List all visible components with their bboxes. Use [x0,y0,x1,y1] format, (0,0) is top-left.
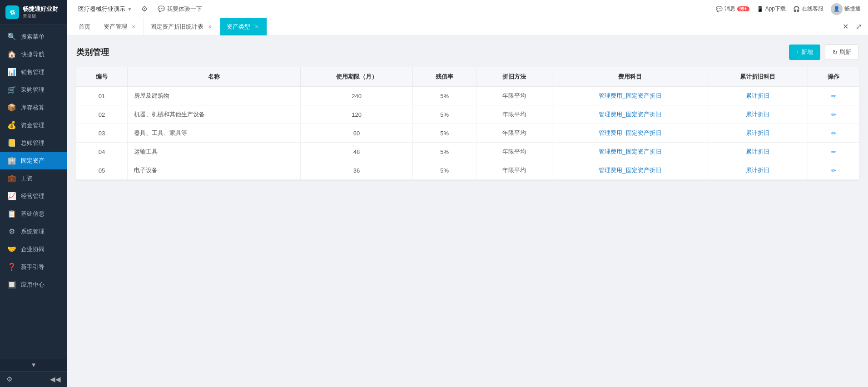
cell-name: 电子设备 [127,161,300,180]
app-download-icon: 📱 [757,6,764,12]
nav-icon-inventory: 📦 [7,103,16,112]
col-header: 费用科目 [552,67,708,87]
col-header: 残值率 [413,67,476,87]
cell-accumulated: 累计折旧 [708,124,808,143]
cell-method: 年限平均 [476,105,552,124]
cell-period: 120 [300,105,412,124]
sidebar-item-sales[interactable]: 📊 销售管理 [0,63,67,81]
sidebar-item-guide[interactable]: ❓ 新手引导 [0,258,67,276]
sidebar-scroll-down[interactable]: ▼ [0,359,67,371]
sidebar-item-payroll[interactable]: 💼 工资 [0,169,67,187]
sidebar-item-system[interactable]: ⚙ 系统管理 [0,223,67,240]
sidebar-item-enterprise[interactable]: 🤝 企业协同 [0,240,67,258]
refresh-button[interactable]: ↻ 刷新 [825,45,859,60]
cell-action[interactable]: ✏ [808,124,859,143]
cell-action[interactable]: ✏ [808,87,859,105]
sidebar-item-general-ledger[interactable]: 📒 总账管理 [0,134,67,152]
message-badge: 99 [737,6,749,11]
cell-action[interactable]: ✏ [808,161,859,180]
cell-name: 运输工具 [127,143,300,161]
nav-icon-purchase: 🛒 [7,85,16,94]
customer-service-icon: 🎧 [793,6,800,12]
close-tab-icon[interactable]: ✕ [841,20,850,33]
app-download-button[interactable]: 📱 App下载 [757,5,786,13]
cell-expense: 管理费用_固定资产折旧 [552,124,708,143]
cell-name: 房屋及建筑物 [127,87,300,105]
cell-residual-rate: 5% [413,161,476,180]
industry-selector[interactable]: 医疗器械行业演示 ▼ [74,3,136,15]
topbar-right: 💬 消息 99 📱 App下载 🎧 在线客服 👤 畅捷通 [716,3,861,15]
nav-icon-search: 🔍 [7,32,16,41]
customer-service-label: 在线客服 [802,5,823,13]
nav-icon-basic-info: 📋 [7,209,16,218]
nav-label-inventory: 库存核算 [21,104,45,112]
topbar-gear-icon[interactable]: ⚙ [139,3,149,15]
table-row: 01房屋及建筑物2405%年限平均管理费用_固定资产折旧累计折旧✏ [76,87,859,105]
customer-service-button[interactable]: 🎧 在线客服 [793,5,823,13]
cell-action[interactable]: ✏ [808,105,859,124]
nav-icon-general-ledger: 📒 [7,139,16,147]
tab-close-asset-type[interactable]: × [253,23,260,30]
cell-period: 36 [300,161,412,180]
cell-accumulated: 累计折旧 [708,143,808,161]
trial-button[interactable]: 💬 我要体验一下 [153,3,207,15]
tab-depreciation-table[interactable]: 固定资产折旧统计表× [144,18,220,35]
tab-label-depreciation-table: 固定资产折旧统计表 [150,23,203,31]
sidebar-collapse-icon[interactable]: ◀◀ [50,375,61,383]
cell-residual-rate: 5% [413,87,476,105]
sidebar-item-operations[interactable]: 📈 经营管理 [0,187,67,205]
sidebar-settings-icon[interactable]: ⚙ [6,375,12,383]
sidebar-item-funds[interactable]: 💰 资金管理 [0,116,67,134]
industry-label: 医疗器械行业演示 [78,5,125,13]
tab-close-asset-mgmt[interactable]: × [130,23,137,30]
nav-icon-funds: 💰 [7,121,16,129]
sidebar-item-search[interactable]: 🔍 搜索菜单 [0,28,67,45]
logo-icon: 畅 [5,5,19,19]
tab-asset-mgmt[interactable]: 资产管理× [97,18,144,35]
expand-tab-icon[interactable]: ⤢ [854,20,863,33]
cell-code: 03 [76,124,127,143]
user-menu-button[interactable]: 👤 畅捷通 [831,3,861,15]
sidebar-item-quick-nav[interactable]: 🏠 快捷导航 [0,45,67,63]
nav-icon-enterprise: 🤝 [7,245,16,253]
cell-residual-rate: 5% [413,124,476,143]
tab-label-asset-type: 资产类型 [227,23,250,31]
nav-label-guide: 新手引导 [21,263,45,271]
cell-action[interactable]: ✏ [808,143,859,161]
cell-code: 02 [76,105,127,124]
tabs-bar: 首页资产管理×固定资产折旧统计表×资产类型× ✕ ⤢ [67,18,868,35]
new-button[interactable]: + 新增 [789,45,820,60]
nav-label-system: 系统管理 [21,228,45,236]
tab-close-depreciation-table[interactable]: × [206,23,213,30]
cell-period: 240 [300,87,412,105]
sidebar-item-fixed-assets[interactable]: 🏢 固定资产 [0,152,67,169]
message-button[interactable]: 💬 消息 99 [716,5,749,13]
nav-label-funds: 资金管理 [21,121,45,129]
nav-label-search: 搜索菜单 [21,33,45,41]
tab-home[interactable]: 首页 [72,18,97,35]
sidebar: 畅 畅捷通好业财 普及版 🔍 搜索菜单 🏠 快捷导航 📊 销售管理 🛒 采购管理… [0,0,67,387]
user-label: 畅捷通 [844,5,861,13]
message-label: 消息 [724,5,735,13]
sidebar-item-apps[interactable]: 🔲 应用中心 [0,276,67,293]
nav-label-quick-nav: 快捷导航 [21,50,45,59]
table-row: 04运输工具485%年限平均管理费用_固定资产折旧累计折旧✏ [76,143,859,161]
main-area: 医疗器械行业演示 ▼ ⚙ 💬 我要体验一下 💬 消息 99 📱 App下载 🎧 … [67,0,868,387]
sidebar-item-basic-info[interactable]: 📋 基础信息 [0,205,67,223]
nav-label-sales: 销售管理 [21,68,45,76]
cell-name: 机器、机械和其他生产设备 [127,105,300,124]
cell-accumulated: 累计折旧 [708,87,808,105]
tab-asset-type[interactable]: 资产类型× [220,18,267,35]
cell-code: 01 [76,87,127,105]
tab-label-home: 首页 [79,23,90,31]
sidebar-item-purchase[interactable]: 🛒 采购管理 [0,81,67,99]
nav-label-operations: 经营管理 [21,192,45,200]
cell-expense: 管理费用_固定资产折旧 [552,87,708,105]
cell-code: 05 [76,161,127,180]
tabs-bar-actions: ✕ ⤢ [841,20,863,33]
cell-period: 48 [300,143,412,161]
col-header: 操作 [808,67,859,87]
cell-expense: 管理费用_固定资产折旧 [552,105,708,124]
sidebar-item-inventory[interactable]: 📦 库存核算 [0,99,67,116]
cell-expense: 管理费用_固定资产折旧 [552,161,708,180]
